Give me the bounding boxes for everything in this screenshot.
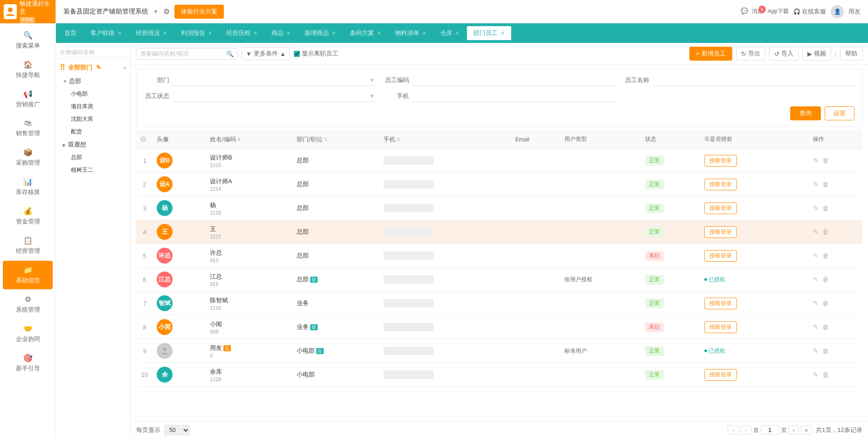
th-name[interactable]: 姓名/编码⇅ [206,130,293,149]
tab-new-goods[interactable]: 新增商品✕ [298,26,342,40]
delete-icon[interactable]: 🗑 [822,371,829,378]
tree-search-input[interactable] [60,49,130,56]
tree-item-xiaodian[interactable]: 小电部 [56,88,130,100]
help-btn[interactable]: 帮助 [840,47,862,61]
tab-history[interactable]: 经营历程✕ [220,26,264,40]
search-input[interactable] [140,50,224,57]
export-btn[interactable]: ↻ 导出 [736,47,765,61]
app-download-link[interactable]: App下载 [768,7,789,15]
page-input[interactable] [761,425,779,435]
sidebar-item-quicknav[interactable]: 🏠 快捷导航 [3,56,53,84]
edit-icon[interactable]: ✎ [813,204,819,212]
auth-btn[interactable]: 授权登录 [704,155,737,167]
delete-icon[interactable]: 🗑 [822,323,829,331]
delete-icon[interactable]: 🗑 [822,228,829,236]
tree-item-shenyang[interactable]: 沈阳大库 [56,113,130,125]
tree-group-shuanglu[interactable]: ▶ 双鹿想 [56,138,130,151]
user-avatar[interactable]: 👤 [831,5,844,18]
sidebar-item-basic[interactable]: 📁 基础信息 [3,261,53,289]
tab-warehouse[interactable]: 仓库✕ [434,26,466,40]
table-settings-icon[interactable]: ⚙ [140,135,146,143]
delete-icon[interactable]: 🗑 [822,347,829,355]
query-btn[interactable]: 查询 [790,106,821,120]
tab-department[interactable]: 部门员工✕ [467,26,511,40]
tree-item-zongbu2[interactable]: 总部 [56,151,130,164]
auth-btn[interactable]: 授权登录 [704,250,737,262]
add-employee-btn[interactable]: + 新增员工 [689,47,732,61]
edit-icon[interactable]: ✎ [813,276,819,283]
tree-item-zhishu[interactable]: 植树王二 [56,164,130,176]
filter-dept-select[interactable]: ▼ [173,75,375,86]
first-page-btn[interactable]: « [728,425,739,435]
auth-btn[interactable]: 授权登录 [704,226,737,238]
delete-icon[interactable]: 🗑 [822,157,829,164]
tree-header-label[interactable]: 全部部门 [68,63,92,72]
tab-bom[interactable]: 物料清单✕ [389,26,433,40]
last-page-btn[interactable]: » [801,425,812,435]
th-dept[interactable]: 部门/职位⇅ [293,130,380,149]
sidebar-item-marketing[interactable]: 📢 营销推广 [3,85,53,113]
search-icon[interactable]: 🔍 [226,50,234,57]
import-btn[interactable]: ↺ 导入 [769,47,799,61]
edit-icon[interactable]: ✎ [813,252,819,259]
show-resigned-label[interactable]: 显示离职员工 [294,49,338,58]
sidebar-item-guide[interactable]: 🎯 新手引导 [3,349,53,377]
settings-gear-icon[interactable]: ⚙ [163,7,170,16]
edit-icon[interactable]: ✎ [813,181,819,188]
edit-icon[interactable]: ✎ [813,228,819,236]
sidebar-item-sales[interactable]: 🛍 销售管理 [3,114,53,142]
per-page-select[interactable]: 50 100 200 [164,425,190,435]
auth-btn[interactable]: 授权登录 [704,369,737,381]
tab-barcode[interactable]: 条码方案✕ [343,26,388,40]
prev-page-btn[interactable]: ‹ [741,425,751,435]
tree-item-project[interactable]: 项目库房 [56,100,130,113]
online-service-link[interactable]: 🎧 在线客服 [793,7,826,16]
edit-icon[interactable]: ✎ [813,371,819,378]
tab-goods[interactable]: 商品✕ [265,26,297,40]
tab-customer[interactable]: 客户联络✕ [84,26,128,40]
tab-home[interactable]: 首页 [58,26,83,40]
sidebar-item-purchase[interactable]: 📦 采购管理 [3,143,53,172]
tree-edit-icon[interactable]: ✎ [96,64,101,71]
next-page-btn[interactable]: › [789,425,799,435]
sidebar-item-collab[interactable]: 🤝 企业协同 [3,320,53,348]
delete-icon[interactable]: 🗑 [822,300,829,307]
tree-collapse-icon[interactable]: « [123,64,126,71]
sidebar-item-operations[interactable]: 📋 经营管理 [3,231,53,260]
view-btn[interactable]: ▶ 视频 [802,47,831,61]
filter-name-input[interactable] [653,75,854,86]
sidebar-item-search[interactable]: 🔍 搜索菜单 [3,26,53,55]
more-filter-btn[interactable]: ▼ 更多条件 ▲ [242,47,290,60]
filter-status-select[interactable]: ▼ [173,91,375,102]
user-name[interactable]: 用友 [848,7,861,16]
tree-group-zongbu[interactable]: ▼ 总部 [56,75,130,88]
sidebar-item-system[interactable]: ⚙ 系统管理 [3,290,53,319]
set-btn[interactable]: 设置 [825,106,854,120]
chevron-down-icon[interactable]: ▼ [153,8,159,15]
tab-operations[interactable]: 经营情况✕ [129,26,174,40]
edit-icon[interactable]: ✎ [813,300,819,307]
tree-item-peihuo[interactable]: 配货 [56,125,130,138]
edit-icon[interactable]: ✎ [813,323,819,331]
sidebar-item-finance[interactable]: 💰 资金管理 [3,202,53,230]
message-badge[interactable]: 💬 6 消息 [741,7,763,15]
auth-btn[interactable]: 授权登录 [704,202,737,214]
filter-code-input[interactable] [413,75,614,86]
delete-icon[interactable]: 🗑 [822,276,829,283]
auth-btn[interactable]: 授权登录 [704,298,737,309]
filter-phone-input[interactable] [413,91,614,102]
tab-profit[interactable]: 利润报告✕ [174,26,219,40]
show-resigned-checkbox[interactable] [294,51,300,57]
delete-icon[interactable]: 🗑 [822,252,829,259]
edit-icon[interactable]: ✎ [813,347,819,355]
name-cell: 杨 1218 [206,196,293,220]
delete-icon[interactable]: 🗑 [822,181,829,188]
auth-btn[interactable]: 授权登录 [704,321,737,333]
edit-icon[interactable]: ✎ [813,157,819,164]
delete-icon[interactable]: 🗑 [822,204,829,212]
th-phone[interactable]: 手机⇅ [380,130,512,149]
sidebar-item-inventory[interactable]: 📊 库存核算 [3,173,53,201]
trial-btn[interactable]: 体验行业方案 [174,5,224,19]
auth-btn[interactable]: 授权登录 [704,179,737,190]
emp-code: 1216 [210,305,289,311]
